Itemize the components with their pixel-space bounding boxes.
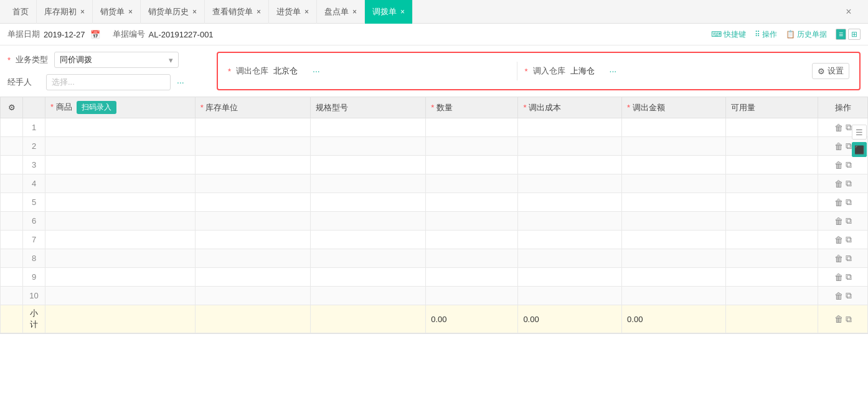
row-1-amount[interactable] <box>622 118 726 137</box>
horizontal-scrollbar[interactable] <box>0 333 868 341</box>
tab-inventory-init[interactable]: 库存期初 × <box>37 0 93 24</box>
row-2-cost[interactable] <box>518 137 622 156</box>
row-6-delete-icon[interactable]: 🗑 <box>834 216 843 226</box>
row-8-cost[interactable] <box>518 249 622 268</box>
row-5-qty[interactable] <box>426 193 518 212</box>
row-5-amount[interactable] <box>622 193 726 212</box>
app-close-button[interactable]: × <box>842 5 856 19</box>
row-1-cost[interactable] <box>518 118 622 137</box>
tab-inventory-check-close[interactable]: × <box>352 7 357 16</box>
transfer-in-more-btn[interactable]: ··· <box>610 66 617 76</box>
subtotal-copy-icon[interactable]: ⧉ <box>846 314 852 325</box>
row-7-copy-icon[interactable]: ⧉ <box>846 234 852 245</box>
row-10-amount[interactable] <box>622 287 726 305</box>
tab-purchase-close[interactable]: × <box>304 7 309 16</box>
handler-more-btn[interactable]: ··· <box>177 77 184 87</box>
row-10-qty[interactable] <box>426 287 518 305</box>
row-9-qty[interactable] <box>426 268 518 287</box>
row-3-cost[interactable] <box>518 156 622 174</box>
tab-inventory-check[interactable]: 盘点单 × <box>317 0 365 24</box>
row-9-spec[interactable] <box>311 268 426 287</box>
row-7-product[interactable] <box>45 231 196 249</box>
row-10-spec[interactable] <box>311 287 426 305</box>
row-10-copy-icon[interactable]: ⧉ <box>846 290 852 301</box>
row-1-unit[interactable] <box>195 118 310 137</box>
tab-view-sales[interactable]: 查看销货单 × <box>205 0 269 24</box>
tab-sales-history[interactable]: 销货单历史 × <box>141 0 205 24</box>
row-8-delete-icon[interactable]: 🗑 <box>834 254 843 264</box>
operations-button[interactable]: ⠿ 操作 <box>755 29 777 40</box>
row-4-delete-icon[interactable]: 🗑 <box>834 179 843 189</box>
row-3-copy-icon[interactable]: ⧉ <box>846 159 852 170</box>
row-8-product[interactable] <box>45 249 196 268</box>
row-7-amount[interactable] <box>622 231 726 249</box>
row-8-spec[interactable] <box>311 249 426 268</box>
tab-transfer-close[interactable]: × <box>400 7 405 16</box>
scan-input-button[interactable]: 扫码录入 <box>77 101 116 114</box>
row-9-cost[interactable] <box>518 268 622 287</box>
biz-type-select[interactable]: 同价调拨 ▾ <box>54 52 179 68</box>
row-6-amount[interactable] <box>622 212 726 231</box>
tab-view-sales-close[interactable]: × <box>257 7 261 16</box>
list-view-btn[interactable]: ≡ <box>836 29 846 40</box>
row-4-amount[interactable] <box>622 174 726 193</box>
row-4-qty[interactable] <box>426 174 518 193</box>
row-4-unit[interactable] <box>195 174 310 193</box>
tab-home[interactable]: 首页 <box>5 0 37 24</box>
row-1-qty[interactable] <box>426 118 518 137</box>
row-9-product[interactable] <box>45 268 196 287</box>
row-2-delete-icon[interactable]: 🗑 <box>834 141 843 151</box>
tab-purchase[interactable]: 进货单 × <box>269 0 317 24</box>
row-4-cost[interactable] <box>518 174 622 193</box>
transfer-out-more-btn[interactable]: ··· <box>313 66 320 76</box>
row-3-product[interactable] <box>45 156 196 174</box>
tab-inventory-init-close[interactable]: × <box>80 7 85 16</box>
row-9-amount[interactable] <box>622 268 726 287</box>
row-6-spec[interactable] <box>311 212 426 231</box>
row-6-unit[interactable] <box>195 212 310 231</box>
tab-sales-history-close[interactable]: × <box>192 7 197 16</box>
row-5-spec[interactable] <box>311 193 426 212</box>
row-4-spec[interactable] <box>311 174 426 193</box>
right-toolbar-expand-btn[interactable]: ⬛ <box>852 142 867 157</box>
row-10-unit[interactable] <box>195 287 310 305</box>
th-gear[interactable]: ⚙ <box>1 97 23 118</box>
row-7-delete-icon[interactable]: 🗑 <box>834 235 843 245</box>
history-button[interactable]: 📋 历史单据 <box>786 29 827 40</box>
row-6-product[interactable] <box>45 212 196 231</box>
row-6-qty[interactable] <box>426 212 518 231</box>
row-5-unit[interactable] <box>195 193 310 212</box>
row-2-amount[interactable] <box>622 137 726 156</box>
tab-transfer[interactable]: 调拨单 × <box>365 0 413 24</box>
row-5-product[interactable] <box>45 193 196 212</box>
row-10-product[interactable] <box>45 287 196 305</box>
row-5-delete-icon[interactable]: 🗑 <box>834 198 843 207</box>
row-4-copy-icon[interactable]: ⧉ <box>846 178 852 189</box>
row-7-unit[interactable] <box>195 231 310 249</box>
row-3-amount[interactable] <box>622 156 726 174</box>
row-3-unit[interactable] <box>195 156 310 174</box>
calendar-icon[interactable]: 📅 <box>90 30 100 39</box>
row-1-spec[interactable] <box>311 118 426 137</box>
row-2-unit[interactable] <box>195 137 310 156</box>
grid-view-btn[interactable]: ⊞ <box>848 29 861 40</box>
row-7-cost[interactable] <box>518 231 622 249</box>
row-8-qty[interactable] <box>426 249 518 268</box>
row-5-cost[interactable] <box>518 193 622 212</box>
row-2-qty[interactable] <box>426 137 518 156</box>
row-5-copy-icon[interactable]: ⧉ <box>846 197 852 207</box>
row-9-copy-icon[interactable]: ⧉ <box>846 272 852 282</box>
row-8-copy-icon[interactable]: ⧉ <box>846 253 852 264</box>
right-toolbar-list-btn[interactable]: ☰ <box>852 125 867 140</box>
row-2-product[interactable] <box>45 137 196 156</box>
row-1-delete-icon[interactable]: 🗑 <box>834 123 843 133</box>
row-7-qty[interactable] <box>426 231 518 249</box>
row-10-cost[interactable] <box>518 287 622 305</box>
shortcuts-button[interactable]: ⌨ 快捷键 <box>711 29 746 40</box>
handler-select[interactable]: 选择... <box>46 74 171 90</box>
row-4-product[interactable] <box>45 174 196 193</box>
row-1-product[interactable] <box>45 118 196 137</box>
tab-sales-close[interactable]: × <box>128 7 133 16</box>
settings-button[interactable]: ⚙ 设置 <box>812 63 849 79</box>
table-gear-icon[interactable]: ⚙ <box>8 103 16 112</box>
